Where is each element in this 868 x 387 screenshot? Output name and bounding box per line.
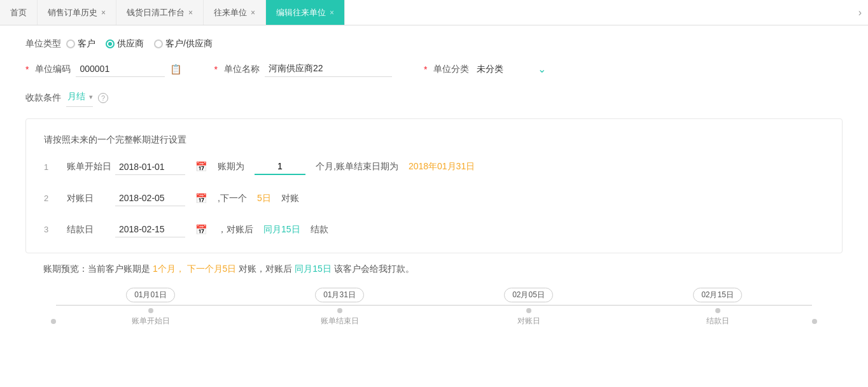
tab-home-label: 首页 [10, 7, 27, 18]
row-num-2: 2 [44, 194, 57, 203]
payment-terms-field: 收款条件 月结 ▾ ? [25, 88, 108, 107]
tab-home[interactable]: 首页 [0, 0, 38, 25]
setting-row-3: 3 结款日 📅 ，对账后 同月15日 结款 [44, 222, 824, 237]
preview-label: 账期预览：当前客户账期是 [43, 264, 150, 274]
row2-suffix-post: 对账 [281, 193, 299, 204]
tl-badge-1: 01月01日 [126, 288, 175, 302]
tab-edit-partner[interactable]: 编辑往来单位 × [266, 0, 345, 25]
unit-category-label: 单位分类 [433, 64, 469, 75]
payment-date-input[interactable] [115, 222, 185, 237]
radio-customer-circle [66, 39, 75, 48]
card-hint: 请按照未来的一个完整帐期进行设置 [44, 134, 824, 146]
unit-name-label: 单位名称 [224, 64, 260, 75]
close-cash-workbench-icon[interactable]: × [188, 8, 193, 17]
start-date-input[interactable] [115, 159, 185, 175]
name-required: * [214, 64, 217, 74]
tl-end-dot [812, 319, 817, 324]
tl-badge-4: 02月15日 [693, 288, 742, 302]
unit-category-value: 未分类 [477, 64, 528, 75]
start-date-calendar-icon[interactable]: 📅 [195, 161, 207, 172]
unit-type-field: 单位类型 客户 供应商 客户/供应商 [25, 38, 213, 50]
category-required: * [424, 64, 427, 74]
unit-code-label: 单位编码 [35, 64, 71, 75]
reconcile-date-input[interactable] [115, 190, 185, 206]
payment-terms-label: 收款条件 [25, 92, 61, 104]
unit-name-input[interactable] [265, 61, 392, 77]
close-partner-units-icon[interactable]: × [251, 8, 255, 17]
payment-date-calendar-icon[interactable]: 📅 [195, 224, 207, 236]
radio-supplier-circle [106, 39, 115, 48]
preview-part1: 1个月， [153, 264, 185, 274]
payment-terms-select-wrap[interactable]: 月结 ▾ [66, 88, 93, 107]
row3-highlight: 同月15日 [263, 224, 300, 236]
tl-node-1-wrap: 01月01日 账单开始日 [56, 288, 245, 327]
tl-label-2: 账单结束日 [321, 316, 359, 327]
preview-section: 账期预览：当前客户账期是 1个月， 下一个月5日 对账，对账后 同月15日 该客… [25, 264, 843, 275]
category-dropdown-icon[interactable]: ⌄ [538, 63, 546, 75]
tl-node-4: 02月15日 [693, 288, 742, 302]
unit-name-field: * 单位名称 [214, 61, 391, 77]
preview-end: 该客户会给我打款。 [334, 264, 414, 274]
row2-highlight: 5日 [257, 193, 271, 204]
code-name-row: * 单位编码 📋 * 单位名称 * 单位分类 未分类 ⌄ [25, 61, 843, 77]
radio-both[interactable]: 客户/供应商 [154, 38, 213, 50]
tl-node-3-wrap: 02月05日 对账日 [434, 288, 623, 327]
close-sales-history-icon[interactable]: × [101, 8, 106, 17]
tab-sales-history-label: 销售订单历史 [48, 7, 97, 18]
tl-label-4: 结款日 [706, 316, 729, 327]
row-label-1: 账单开始日 [67, 161, 105, 172]
unit-category-field: * 单位分类 未分类 ⌄ [424, 63, 546, 75]
timeline-section: 01月01日 账单开始日 01月31日 账单结束日 02月05日 [25, 288, 843, 327]
timeline-row: 01月01日 账单开始日 01月31日 账单结束日 02月05日 [51, 288, 817, 327]
tl-label-3: 对账日 [517, 316, 540, 327]
row1-suffix-pre: 账期为 [218, 161, 244, 172]
unit-type-label: 单位类型 [25, 38, 61, 50]
tl-dot-3 [526, 308, 531, 313]
tl-node-4-wrap: 02月15日 结款日 [623, 288, 812, 327]
tab-partner-units-label: 往来单位 [214, 7, 247, 18]
tl-start-dot [51, 319, 56, 324]
row-label-3: 结款日 [67, 224, 105, 236]
tab-cash-workbench[interactable]: 钱货日清工作台 × [116, 0, 204, 25]
payment-help-icon[interactable]: ? [98, 93, 108, 103]
tab-sales-history[interactable]: 销售订单历史 × [38, 0, 116, 25]
payment-chevron-icon: ▾ [89, 93, 93, 101]
reconcile-date-calendar-icon[interactable]: 📅 [195, 193, 207, 204]
tab-bar: 首页 销售订单历史 × 钱货日清工作台 × 往来单位 × 编辑往来单位 × › [0, 0, 868, 25]
radio-both-label: 客户/供应商 [165, 38, 213, 50]
row-num-1: 1 [44, 162, 57, 172]
period-input[interactable] [255, 158, 305, 175]
tl-dot-2 [337, 308, 342, 313]
setting-row-1: 1 账单开始日 📅 账期为 个月,账单结束日期为 2018年01月31日 [44, 158, 824, 175]
tl-end-dot-wrap [812, 305, 817, 327]
tl-line-2 [245, 305, 434, 306]
end-date-highlight: 2018年01月31日 [409, 161, 475, 172]
tl-badge-3: 02月05日 [504, 288, 553, 302]
unit-type-row: 单位类型 客户 供应商 客户/供应商 [25, 38, 843, 50]
settings-card: 请按照未来的一个完整帐期进行设置 1 账单开始日 📅 账期为 个月,账单结束日期… [25, 118, 843, 253]
preview-mid: 对账，对账后 [239, 264, 292, 274]
code-required: * [25, 64, 29, 74]
tl-node-3: 02月05日 [504, 288, 553, 302]
radio-group: 客户 供应商 客户/供应商 [66, 38, 213, 50]
close-edit-partner-icon[interactable]: × [330, 8, 334, 17]
tab-arrow[interactable]: › [852, 0, 868, 25]
unit-code-input[interactable] [76, 61, 165, 77]
tl-dot-4 [715, 308, 720, 313]
radio-customer[interactable]: 客户 [66, 38, 95, 50]
tl-node-2: 01月31日 [315, 288, 364, 302]
radio-supplier[interactable]: 供应商 [106, 38, 144, 50]
tab-partner-units[interactable]: 往来单位 × [204, 0, 266, 25]
preview-part3: 同月15日 [295, 264, 332, 274]
main-content: 单位类型 客户 供应商 客户/供应商 [0, 25, 868, 387]
tl-badge-2: 01月31日 [315, 288, 364, 302]
preview-part2: 下一个月5日 [187, 264, 237, 274]
tl-start-dot-wrap [51, 319, 56, 327]
payment-terms-row: 收款条件 月结 ▾ ? [25, 88, 843, 107]
tl-line-3 [434, 305, 623, 306]
unit-code-field: * 单位编码 📋 [25, 61, 182, 77]
radio-supplier-label: 供应商 [117, 38, 144, 50]
unit-code-copy-icon[interactable]: 📋 [170, 64, 182, 75]
row-num-3: 3 [44, 225, 57, 234]
tl-node-2-wrap: 01月31日 账单结束日 [245, 288, 434, 327]
